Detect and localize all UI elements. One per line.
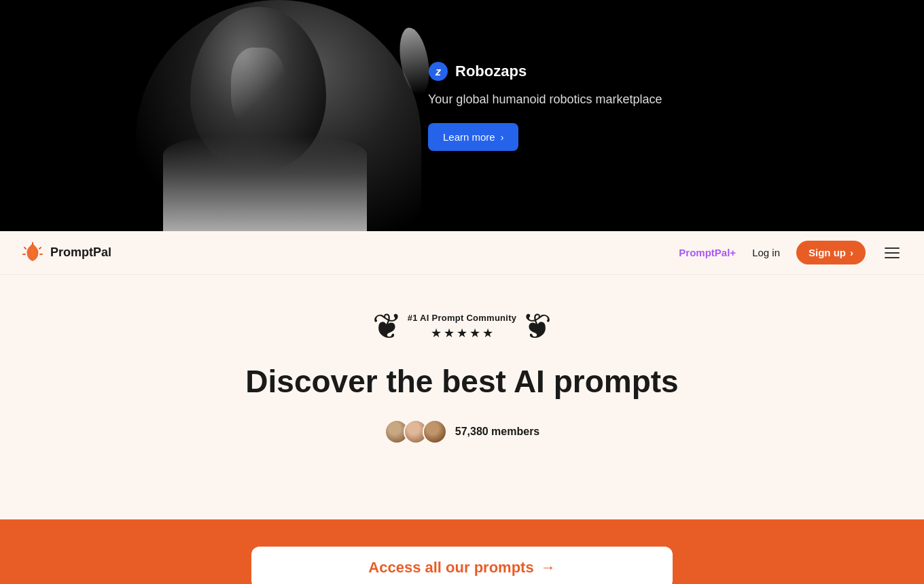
member-row: 57,380 members [385, 419, 540, 444]
badge-stars: ★ ★ ★ ★ ★ [431, 326, 493, 341]
ad-banner: z Robozaps Your global humanoid robotics… [0, 0, 924, 231]
promptpal-plus-link[interactable]: PromptPal+ [679, 247, 736, 258]
hamburger-line-2 [885, 252, 900, 254]
cta-section: Access all our prompts → If you already … [0, 519, 924, 584]
hero-heading: Discover the best AI prompts [245, 363, 678, 400]
laurel-left-icon: ❦ [372, 309, 402, 344]
learn-more-arrow-icon: › [501, 132, 504, 143]
svg-text:z: z [435, 66, 442, 78]
star-4: ★ [469, 326, 480, 341]
badge-center: #1 AI Prompt Community ★ ★ ★ ★ ★ [402, 313, 522, 341]
learn-more-button[interactable]: Learn more › [428, 123, 518, 151]
signup-button[interactable]: Sign up › [796, 241, 866, 264]
robot-torso [163, 136, 367, 231]
member-count: 57,380 members [455, 426, 540, 438]
hamburger-menu-button[interactable] [882, 245, 902, 261]
avatar-3 [423, 419, 447, 444]
star-1: ★ [431, 326, 442, 341]
learn-more-label: Learn more [443, 131, 495, 143]
ad-logo-name: Robozaps [455, 63, 527, 80]
robozaps-logo-icon: z [428, 61, 448, 82]
access-arrow-icon: → [541, 559, 556, 577]
svg-line-4 [39, 247, 41, 249]
signup-label: Sign up [808, 247, 846, 258]
access-prompts-button[interactable]: Access all our prompts → [251, 547, 673, 584]
nav-logo-text: PromptPal [50, 245, 111, 260]
laurel-right-icon: ❦ [522, 309, 552, 344]
login-link[interactable]: Log in [752, 247, 780, 258]
promptpal-logo-icon [22, 242, 43, 264]
signup-arrow-icon: › [850, 247, 853, 258]
navbar: PromptPal PromptPal+ Log in Sign up › [0, 231, 924, 275]
nav-logo[interactable]: PromptPal [22, 242, 111, 264]
nav-right-area: PromptPal+ Log in Sign up › [679, 241, 902, 264]
svg-line-5 [24, 247, 26, 249]
star-5: ★ [482, 326, 493, 341]
hero-section: ❦ #1 AI Prompt Community ★ ★ ★ ★ ★ ❦ Dis… [0, 275, 924, 519]
member-avatars [385, 419, 447, 444]
award-badge: ❦ #1 AI Prompt Community ★ ★ ★ ★ ★ ❦ [372, 309, 552, 344]
star-3: ★ [457, 326, 467, 341]
hamburger-line-3 [885, 257, 900, 258]
star-2: ★ [444, 326, 455, 341]
award-title: #1 AI Prompt Community [408, 313, 517, 323]
ad-logo: z Robozaps [428, 61, 662, 82]
ad-content: z Robozaps Your global humanoid robotics… [428, 61, 662, 151]
hamburger-line-1 [885, 247, 900, 249]
ad-tagline: Your global humanoid robotics marketplac… [428, 92, 662, 107]
access-label: Access all our prompts [368, 559, 533, 577]
